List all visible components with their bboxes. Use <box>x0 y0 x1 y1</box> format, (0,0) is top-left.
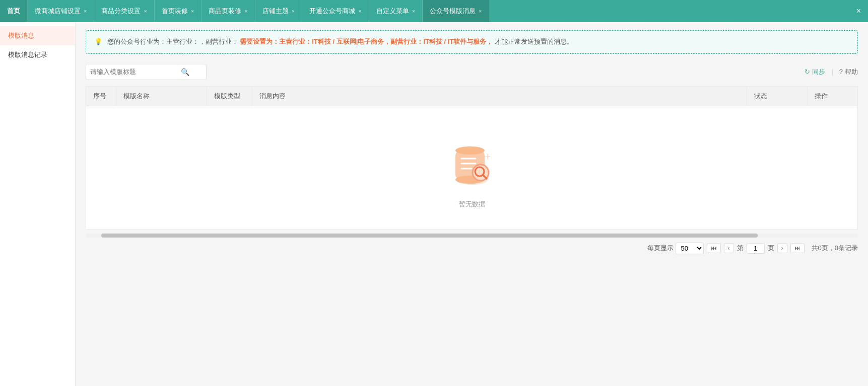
main-layout: 模版消息 模版消息记录 💡 您的公众号行业为：主营行业：，副营行业： 需要设置为… <box>0 22 868 386</box>
close-tab-product-decor[interactable]: × <box>244 8 247 14</box>
content-area: 💡 您的公众号行业为：主营行业：，副营行业： 需要设置为：主营行业：IT科技 /… <box>76 22 868 386</box>
close-tab-category[interactable]: × <box>144 8 147 14</box>
top-nav: 首页 微商城店铺设置 × 商品分类设置 × 首页装修 × 商品页装修 × 店铺主… <box>0 0 868 22</box>
search-button[interactable]: 🔍 <box>181 68 189 76</box>
close-tab-template-msg[interactable]: × <box>479 8 482 14</box>
last-page-button[interactable]: ⏭ <box>790 243 805 253</box>
next-page-button[interactable]: › <box>777 243 787 253</box>
col-content: 消息内容 <box>252 86 747 106</box>
tab-product-decor[interactable]: 商品页装修 × <box>202 0 255 22</box>
horizontal-scrollbar[interactable] <box>86 234 858 238</box>
close-tab-custom-menu[interactable]: × <box>412 8 415 14</box>
tab-home-decor[interactable]: 首页装修 × <box>155 0 202 22</box>
sidebar-item-template-msg-log[interactable]: 模版消息记录 <box>0 45 75 64</box>
data-table: 序号 模版名称 模版类型 消息内容 状态 操作 <box>86 86 858 229</box>
first-page-button[interactable]: ⏮ <box>707 243 721 253</box>
close-tab-shop-settings[interactable]: × <box>84 8 87 14</box>
page-unit-label: 页 <box>768 244 774 253</box>
total-label: 共0页，0条记录 <box>812 244 858 253</box>
col-template-type: 模版类型 <box>207 86 252 106</box>
page-size-label: 每页显示 <box>647 244 674 253</box>
search-input[interactable] <box>90 68 181 75</box>
tab-shop-theme[interactable]: 店铺主题 × <box>255 0 302 22</box>
help-button[interactable]: ? 帮助 <box>839 67 858 76</box>
page-size-select[interactable]: 50 10 20 100 <box>676 243 704 254</box>
search-input-wrap: 🔍 <box>86 64 207 80</box>
notice-prefix: 您的公众号行业为：主营行业：，副营行业： <box>107 38 238 45</box>
tab-template-msg[interactable]: 公众号模版消息 × <box>423 0 489 22</box>
search-bar: 🔍 ↻ 同步 | ? 帮助 <box>86 64 858 80</box>
col-index: 序号 <box>86 86 116 106</box>
empty-text: 暂无数据 <box>86 200 857 209</box>
help-icon: ? <box>839 68 843 75</box>
prev-page-button[interactable]: ‹ <box>724 243 734 253</box>
close-tab-home-decor[interactable]: × <box>191 8 194 14</box>
sidebar-item-template-msg[interactable]: 模版消息 <box>0 26 75 45</box>
col-status: 状态 <box>747 86 808 106</box>
current-page-label: 第 <box>737 244 744 253</box>
notice-suffix: 才能正常发送预置的消息。 <box>495 38 573 45</box>
close-tab-shop-theme[interactable]: × <box>292 8 295 14</box>
toolbar-right: ↻ 同步 | ? 帮助 <box>805 67 858 76</box>
scroll-thumb[interactable] <box>101 234 758 238</box>
pagination: 每页显示 50 10 20 100 ⏮ ‹ 第 页 › ⏭ 共0页，0条记录 <box>86 243 858 254</box>
sync-button[interactable]: ↻ 同步 <box>805 67 825 76</box>
empty-icon <box>444 136 500 192</box>
toolbar-divider: | <box>831 68 833 75</box>
tab-shop-settings[interactable]: 微商城店铺设置 × <box>28 0 94 22</box>
tab-open-mall[interactable]: 开通公众号商城 × <box>302 0 369 22</box>
notice-box: 💡 您的公众号行业为：主营行业：，副营行业： 需要设置为：主营行业：IT科技 /… <box>86 30 858 54</box>
close-all-tabs[interactable]: × <box>849 0 868 22</box>
tab-custom-menu[interactable]: 自定义菜单 × <box>369 0 423 22</box>
close-tab-open-mall[interactable]: × <box>358 8 361 14</box>
tab-category-settings[interactable]: 商品分类设置 × <box>94 0 154 22</box>
sidebar: 模版消息 模版消息记录 <box>0 22 76 386</box>
sync-icon: ↻ <box>805 68 810 75</box>
svg-point-2 <box>455 146 485 155</box>
table-empty-row: 暂无数据 <box>86 106 858 229</box>
tab-home[interactable]: 首页 <box>0 0 28 22</box>
table-header-row: 序号 模版名称 模版类型 消息内容 状态 操作 <box>86 86 858 106</box>
page-number-input[interactable] <box>747 243 765 254</box>
notice-icon: 💡 <box>94 38 102 45</box>
empty-state: 暂无数据 <box>86 106 857 229</box>
notice-highlight: 需要设置为：主营行业：IT科技 / 互联网|电子商务，副营行业：IT科技 / I… <box>240 38 493 45</box>
col-action: 操作 <box>808 86 858 106</box>
page-size-wrap: 每页显示 50 10 20 100 <box>647 243 704 254</box>
col-template-name: 模版名称 <box>116 86 207 106</box>
